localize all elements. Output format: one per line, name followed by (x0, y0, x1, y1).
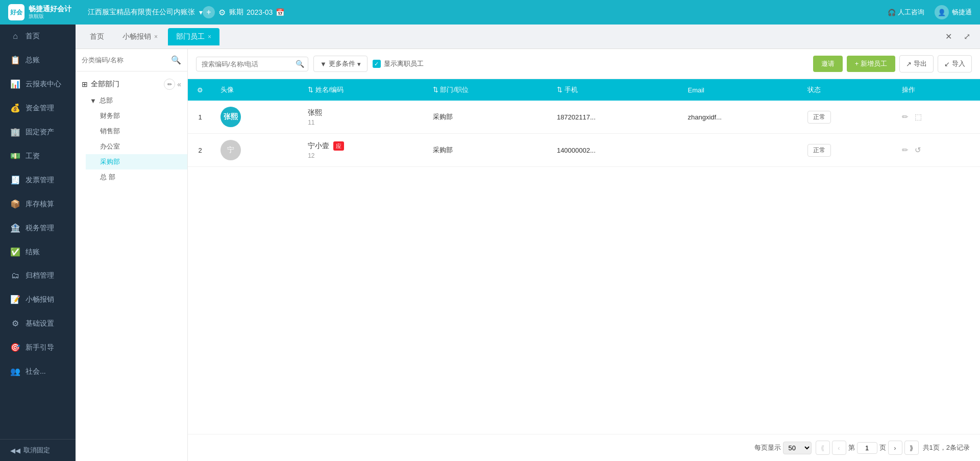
toolbar-right: 邀请 + 新增员工 ↗ 导出 ↙ 导入 (813, 55, 972, 72)
dept-node-sales[interactable]: 销售部 (86, 124, 187, 139)
show-resigned-toggle[interactable]: ✓ 显示离职员工 (373, 59, 424, 68)
dept-node-zongbu[interactable]: ▼总部 (76, 93, 187, 108)
filter-button[interactable]: ▼ 更多条件 ▾ (313, 56, 368, 72)
page-input[interactable] (857, 442, 877, 454)
search-wrap: 🔍 (196, 57, 308, 71)
row-index-2: 2 (188, 134, 212, 167)
prev-page-button[interactable]: ‹ (832, 441, 846, 455)
resigned-checkbox[interactable]: ✓ (373, 60, 381, 68)
logout-button-1[interactable]: ⬚ (915, 112, 922, 122)
export-icon: ↗ (906, 60, 912, 68)
support-button[interactable]: 🎧 人工咨询 (888, 8, 924, 17)
pin-icon: ◀◀ (10, 447, 20, 454)
page-navigation: ⟪ ‹ 第 页 › ⟫ (816, 441, 919, 455)
status-badge-2: 正常 (807, 144, 831, 157)
filter-dropdown-icon: ▾ (357, 60, 361, 68)
headset-icon: 🎧 (888, 9, 896, 16)
import-icon: ↙ (944, 60, 950, 68)
sidebar-item-inventory[interactable]: 📦 库存核算 (0, 192, 76, 216)
tab-department-close[interactable]: × (208, 33, 211, 40)
reset-button-2[interactable]: ↺ (915, 145, 921, 155)
add-employee-button[interactable]: + 新增员工 (847, 56, 895, 72)
company-selector[interactable]: 江西服宝精品有限责任公司内账张 ▾ (88, 8, 203, 17)
employee-search-input[interactable] (196, 57, 308, 71)
data-table: ⚙ 头像 ⇅ 姓名/编码 ⇅ 部门/职位 ⇅ 手机 (188, 79, 980, 434)
add-dept-button[interactable]: ✏ (164, 79, 175, 90)
import-label: 导入 (952, 59, 965, 68)
row-name-2: 宁小壹 应 12 (300, 134, 425, 167)
sidebar-item-capital[interactable]: 💰 资金管理 (0, 96, 76, 120)
cancel-fixed-button[interactable]: ◀◀ 取消固定 (0, 439, 76, 461)
tab-expense-close[interactable]: × (154, 33, 158, 40)
col-phone[interactable]: ⇅ 手机 (549, 79, 680, 101)
dept-search-icon[interactable]: 🔍 (171, 55, 181, 65)
sidebar-item-assets[interactable]: 🏢 固定资产 (0, 120, 76, 144)
total-records: 共1页，2条记录 (923, 443, 970, 452)
sidebar-item-expense[interactable]: 📝 小畅报销 (0, 287, 76, 311)
close-tab-button[interactable]: ✕ (941, 30, 955, 44)
col-settings[interactable]: ⚙ (188, 79, 212, 101)
dept-node-general[interactable]: 总 部 (86, 169, 187, 185)
col-dept-position[interactable]: ⇅ 部门/职位 (425, 79, 549, 101)
dept-node-finance[interactable]: 财务部 (86, 108, 187, 124)
row-email-1: zhangxidf... (679, 101, 799, 134)
close-period-icon: ✅ (10, 247, 20, 257)
user-area[interactable]: 👤 畅捷通 (935, 5, 972, 19)
sidebar-item-tax[interactable]: 🏦 税务管理 (0, 216, 76, 240)
last-page-button[interactable]: ⟫ (904, 441, 919, 455)
period-selector[interactable]: 账期 2023-03 📅 (229, 8, 284, 17)
next-page-button[interactable]: › (888, 441, 902, 455)
company-dropdown-icon: ▾ (199, 8, 203, 16)
sidebar-item-social[interactable]: 👥 社会... (0, 359, 76, 383)
sidebar-item-guide[interactable]: 🎯 新手引导 (0, 335, 76, 359)
col-actions: 操作 (894, 79, 980, 101)
sidebar-label-social: 社会... (26, 367, 46, 376)
export-button[interactable]: ↗ 导出 (899, 55, 934, 72)
import-button[interactable]: ↙ 导入 (938, 55, 972, 72)
table-row: 1 张熙 张熙 11 采购部 (188, 101, 980, 134)
dept-search-input[interactable] (82, 56, 171, 64)
tab-expense[interactable]: 小畅报销 × (114, 28, 166, 45)
row-actions-1: ✏ ⬚ (894, 101, 980, 134)
sidebar-item-salary[interactable]: 💵 工资 (0, 144, 76, 168)
dept-node-office[interactable]: 办公室 (86, 139, 187, 154)
first-page-button[interactable]: ⟪ (816, 441, 830, 455)
sidebar-item-settings[interactable]: ⚙ 基础设置 (0, 311, 76, 335)
sidebar-item-ledger[interactable]: 📋 总账 (0, 48, 76, 72)
expand-tab-button[interactable]: ⤢ (960, 30, 974, 44)
sidebar-item-reports[interactable]: 📊 云报表中心 (0, 72, 76, 96)
sidebar-item-home[interactable]: ⌂ 首页 (0, 25, 76, 48)
edit-button-2[interactable]: ✏ (902, 145, 909, 155)
add-tab-button[interactable]: + (203, 6, 215, 18)
tab-department[interactable]: 部门员工 × (168, 28, 219, 45)
all-depts-button[interactable]: ⊞ 全部部门 (82, 80, 119, 89)
col-status: 状态 (799, 79, 894, 101)
tab-home-label: 首页 (90, 32, 104, 41)
filter-label: 更多条件 (329, 59, 355, 68)
main-layout: ⌂ 首页 📋 总账 📊 云报表中心 💰 资金管理 🏢 固定资产 💵 工资 🧾 发… (0, 25, 980, 461)
edit-button-1[interactable]: ✏ (902, 112, 909, 122)
per-page-select[interactable]: 50 10 20 100 (783, 442, 812, 454)
employee-search-icon[interactable]: 🔍 (296, 60, 304, 68)
sidebar-item-close[interactable]: ✅ 结账 (0, 240, 76, 264)
sidebar-item-archive[interactable]: 🗂 归档管理 (0, 264, 76, 287)
table-header-row: ⚙ 头像 ⇅ 姓名/编码 ⇅ 部门/职位 ⇅ 手机 (188, 79, 980, 101)
per-page-label: 每页显示 (754, 443, 781, 452)
collapse-dept-button[interactable]: « (177, 80, 181, 88)
sidebar-item-invoice[interactable]: 🧾 发票管理 (0, 168, 76, 192)
show-resigned-label: 显示离职员工 (384, 59, 424, 68)
ledger-icon: 📋 (10, 55, 20, 65)
toolbar: 🔍 ▼ 更多条件 ▾ ✓ 显示离职员工 邀请 + 新增员工 (188, 49, 980, 79)
header-actions: 🎧 人工咨询 👤 畅捷通 (888, 5, 972, 19)
col-name-code[interactable]: ⇅ 姓名/编码 (300, 79, 425, 101)
all-depts-label: 全部部门 (91, 80, 119, 89)
name-code-1: 张熙 11 (308, 107, 416, 127)
top-header: 好会 畅捷通好会计 旗舰版 江西服宝精品有限责任公司内账张 ▾ + ⚙ 账期 2… (0, 0, 980, 25)
dept-node-purchase[interactable]: 采购部 (86, 154, 187, 169)
dept-header-icons: ✏ « (164, 79, 181, 90)
settings-button[interactable]: ⚙ (215, 5, 229, 19)
filter-icon: ▼ (320, 60, 327, 68)
invite-button[interactable]: 邀请 (813, 56, 843, 72)
sidebar-label-close: 结账 (26, 248, 40, 257)
tab-home[interactable]: 首页 (82, 28, 112, 45)
